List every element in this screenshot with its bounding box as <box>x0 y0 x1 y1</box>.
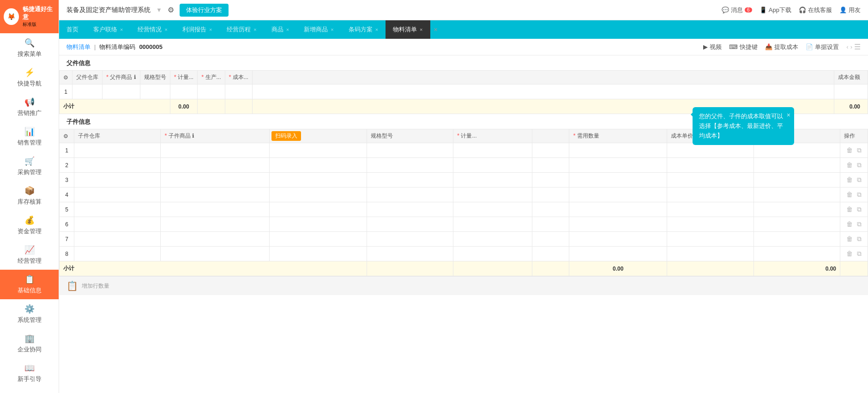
child-row-1-copy-icon[interactable]: ⧉ <box>857 146 862 154</box>
add-row-icon[interactable]: 📋 <box>66 280 78 291</box>
nav-tab-close-2[interactable]: × <box>164 27 167 32</box>
child-row-3-copy-icon[interactable]: ⧉ <box>857 176 862 183</box>
child-row-4-copy-icon[interactable]: ⧉ <box>857 191 862 198</box>
message-action[interactable]: 💬 消息 6 <box>722 6 752 14</box>
sidebar-item-5[interactable]: 📦库存核算 <box>0 181 59 211</box>
sidebar-item-7[interactable]: 📈经营管理 <box>0 240 59 270</box>
list-view-btn[interactable]: ☰ <box>854 42 861 51</box>
nav-tab-2[interactable]: 经营情况× <box>130 20 175 39</box>
nav-tab-close-6[interactable]: × <box>331 27 333 32</box>
child-row-4-warehouse[interactable] <box>74 187 161 202</box>
child-row-2-product[interactable] <box>161 158 270 173</box>
child-row-2-unit[interactable] <box>453 158 532 173</box>
sidebar-item-3[interactable]: 📊销售管理 <box>0 122 59 151</box>
child-row-6-warehouse[interactable] <box>74 217 161 232</box>
child-row-6-copy-icon[interactable]: ⧉ <box>857 220 862 228</box>
child-row-1-product[interactable] <box>161 143 270 158</box>
child-row-7-unit[interactable] <box>453 232 532 247</box>
child-row-6-unit-cost[interactable] <box>667 217 753 232</box>
child-row-5-delete-icon[interactable]: 🗑 <box>846 206 853 213</box>
parent-th-settings[interactable]: ⚙ <box>60 71 72 85</box>
child-row-5-unit-cost[interactable] <box>667 202 753 217</box>
child-row-6-spec[interactable] <box>367 217 453 232</box>
sidebar-item-6[interactable]: 💰资金管理 <box>0 211 59 240</box>
child-row-4-spec[interactable] <box>367 187 453 202</box>
child-row-2-qty[interactable] <box>569 158 667 173</box>
child-row-1-qty[interactable] <box>569 143 667 158</box>
parent-row-1-production[interactable] <box>198 85 225 99</box>
sidebar-item-0[interactable]: 🔍搜索菜单 <box>0 33 59 63</box>
sidebar-item-9[interactable]: ⚙️系统管理 <box>0 299 59 329</box>
child-row-1-warehouse[interactable] <box>74 143 161 158</box>
child-row-5-copy-icon[interactable]: ⧉ <box>857 206 862 213</box>
child-row-8-qty[interactable] <box>569 247 667 261</box>
child-row-8-copy-icon[interactable]: ⧉ <box>857 250 862 257</box>
child-row-6-qty[interactable] <box>569 217 667 232</box>
prev-btn[interactable]: ‹ <box>846 43 848 50</box>
child-row-3-delete-icon[interactable]: 🗑 <box>846 176 853 183</box>
nav-tab-5[interactable]: 商品× <box>264 20 296 39</box>
parent-row-1-product[interactable] <box>102 85 140 99</box>
child-row-1-spec[interactable] <box>367 143 453 158</box>
sidebar-item-10[interactable]: 🏢企业协同 <box>0 329 59 358</box>
gear-button[interactable]: ⚙ <box>168 6 174 14</box>
single-settings-tool[interactable]: 📄 单据设置 <box>806 43 839 51</box>
child-row-1-unit[interactable] <box>453 143 532 158</box>
child-row-8-delete-icon[interactable]: 🗑 <box>846 250 853 257</box>
next-btn[interactable]: › <box>850 43 852 50</box>
child-row-5-warehouse[interactable] <box>74 202 161 217</box>
child-row-1-unit-cost[interactable] <box>667 143 753 158</box>
nav-tab-4[interactable]: 经营历程× <box>219 20 264 39</box>
child-row-7-warehouse[interactable] <box>74 232 161 247</box>
child-row-6-delete-icon[interactable]: 🗑 <box>846 220 853 228</box>
child-row-5-unit[interactable] <box>453 202 532 217</box>
child-row-7-unit-cost[interactable] <box>667 232 753 247</box>
child-row-4-product[interactable] <box>161 187 270 202</box>
child-row-7-copy-icon[interactable]: ⧉ <box>857 235 862 242</box>
child-row-2-unit-cost[interactable] <box>667 158 753 173</box>
nav-tab-close-8[interactable]: × <box>420 27 422 32</box>
extract-cost-tool[interactable]: 📥 提取成本 <box>765 43 798 51</box>
nav-tab-0[interactable]: 首页 <box>59 20 86 39</box>
child-row-5-spec[interactable] <box>367 202 453 217</box>
nav-tab-1[interactable]: 客户联络× <box>86 20 130 39</box>
nav-tab-7[interactable]: 条码方案× <box>341 20 386 39</box>
parent-row-1-spec[interactable] <box>140 85 170 99</box>
child-row-8-warehouse[interactable] <box>74 247 161 261</box>
child-row-3-spec[interactable] <box>367 173 453 187</box>
scan-button[interactable]: 扫码录入 <box>271 131 301 141</box>
parent-row-1-cost[interactable] <box>225 85 252 99</box>
breadcrumb-item1[interactable]: 物料清单 <box>66 43 90 51</box>
child-row-2-copy-icon[interactable]: ⧉ <box>857 161 862 169</box>
child-row-6-unit[interactable] <box>453 217 532 232</box>
child-row-7-spec[interactable] <box>367 232 453 247</box>
child-row-8-unit[interactable] <box>453 247 532 261</box>
child-th-settings[interactable]: ⚙ <box>60 129 74 143</box>
nav-tab-close-1[interactable]: × <box>120 27 123 32</box>
child-row-1-delete-icon[interactable]: 🗑 <box>846 146 853 154</box>
sidebar-item-8[interactable]: 📋基础信息 <box>0 270 59 299</box>
online-service-action[interactable]: 🎧 在线客服 <box>799 6 832 14</box>
child-row-2-delete-icon[interactable]: 🗑 <box>846 161 853 169</box>
child-row-8-product[interactable] <box>161 247 270 261</box>
child-row-8-spec[interactable] <box>367 247 453 261</box>
page-close-btn[interactable]: × <box>430 26 441 33</box>
child-row-3-warehouse[interactable] <box>74 173 161 187</box>
sidebar-item-11[interactable]: 📖新手引导 <box>0 358 59 388</box>
child-row-4-delete-icon[interactable]: 🗑 <box>846 191 853 198</box>
child-row-3-qty[interactable] <box>569 173 667 187</box>
sidebar-item-2[interactable]: 📢营销推广 <box>0 92 59 122</box>
child-row-7-qty[interactable] <box>569 232 667 247</box>
child-row-3-product[interactable] <box>161 173 270 187</box>
child-row-4-unit[interactable] <box>453 187 532 202</box>
app-download-action[interactable]: 📱 App下载 <box>760 6 791 14</box>
child-row-7-delete-icon[interactable]: 🗑 <box>846 235 853 242</box>
view-tool[interactable]: ▶ 视频 <box>703 43 722 51</box>
child-th-scan[interactable]: 扫码录入 <box>270 129 367 143</box>
child-row-5-product[interactable] <box>161 202 270 217</box>
sidebar-item-1[interactable]: ⚡快捷导航 <box>0 63 59 92</box>
nav-tab-close-7[interactable]: × <box>375 27 378 32</box>
parent-row-1-unit[interactable] <box>170 85 197 99</box>
child-row-3-unit-cost[interactable] <box>667 173 753 187</box>
child-row-6-product[interactable] <box>161 217 270 232</box>
